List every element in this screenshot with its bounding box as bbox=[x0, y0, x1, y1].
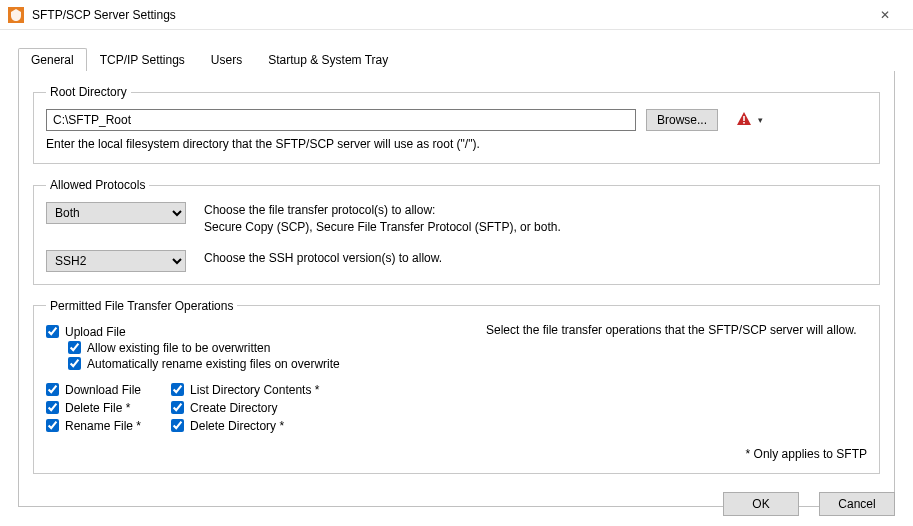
root-directory-help: Enter the local filesystem directory tha… bbox=[46, 137, 867, 151]
permitted-ops-legend: Permitted File Transfer Operations bbox=[46, 299, 237, 313]
ssh-version-desc: Choose the SSH protocol version(s) to al… bbox=[204, 250, 442, 267]
titlebar: SFTP/SCP Server Settings ✕ bbox=[0, 0, 913, 30]
dialog-footer: OK Cancel bbox=[713, 492, 895, 516]
tab-general[interactable]: General bbox=[18, 48, 87, 71]
chevron-down-icon: ▾ bbox=[758, 115, 763, 125]
check-create-directory-box[interactable] bbox=[171, 401, 184, 414]
svg-rect-1 bbox=[743, 116, 745, 121]
tabs: General TCP/IP Settings Users Startup & … bbox=[18, 48, 895, 72]
check-auto-rename-box[interactable] bbox=[68, 357, 81, 370]
check-download-file-box[interactable] bbox=[46, 383, 59, 396]
check-allow-overwrite[interactable]: Allow existing file to be overwritten bbox=[68, 341, 486, 355]
content-area: General TCP/IP Settings Users Startup & … bbox=[0, 30, 913, 517]
ops-right-text: Select the file transfer operations that… bbox=[486, 323, 867, 435]
check-list-directory[interactable]: List Directory Contents * bbox=[171, 383, 319, 397]
transfer-protocol-desc: Choose the file transfer protocol(s) to … bbox=[204, 202, 561, 236]
root-directory-input[interactable] bbox=[46, 109, 636, 131]
check-delete-directory-box[interactable] bbox=[171, 419, 184, 432]
app-icon bbox=[8, 7, 24, 23]
check-create-directory[interactable]: Create Directory bbox=[171, 401, 319, 415]
check-upload-file[interactable]: Upload File bbox=[46, 325, 486, 339]
ops-footnote: * Only applies to SFTP bbox=[46, 447, 867, 461]
check-list-directory-box[interactable] bbox=[171, 383, 184, 396]
group-permitted-operations: Permitted File Transfer Operations Uploa… bbox=[33, 299, 880, 474]
ops-col-1: Download File Delete File * Rename File … bbox=[46, 381, 141, 435]
group-allowed-protocols: Allowed Protocols Both Choose the file t… bbox=[33, 178, 880, 285]
tab-users[interactable]: Users bbox=[198, 48, 255, 71]
root-directory-legend: Root Directory bbox=[46, 85, 131, 99]
close-icon: ✕ bbox=[880, 8, 890, 22]
ops-col-2: List Directory Contents * Create Directo… bbox=[171, 381, 319, 435]
transfer-protocol-select[interactable]: Both bbox=[46, 202, 186, 224]
group-root-directory: Root Directory Browse... ▾ Enter the loc… bbox=[33, 85, 880, 164]
check-upload-file-box[interactable] bbox=[46, 325, 59, 338]
tabpanel-general: Root Directory Browse... ▾ Enter the loc… bbox=[18, 71, 895, 507]
check-auto-rename[interactable]: Automatically rename existing files on o… bbox=[68, 357, 486, 371]
close-button[interactable]: ✕ bbox=[865, 0, 905, 30]
ssh-version-select[interactable]: SSH2 bbox=[46, 250, 186, 272]
window-title: SFTP/SCP Server Settings bbox=[32, 8, 865, 22]
check-rename-file[interactable]: Rename File * bbox=[46, 419, 141, 433]
warning-dropdown[interactable]: ▾ bbox=[736, 111, 763, 130]
check-rename-file-box[interactable] bbox=[46, 419, 59, 432]
check-allow-overwrite-box[interactable] bbox=[68, 341, 81, 354]
warning-icon bbox=[736, 111, 752, 130]
check-download-file[interactable]: Download File bbox=[46, 383, 141, 397]
check-delete-directory[interactable]: Delete Directory * bbox=[171, 419, 319, 433]
svg-rect-2 bbox=[743, 122, 745, 124]
check-delete-file[interactable]: Delete File * bbox=[46, 401, 141, 415]
check-delete-file-box[interactable] bbox=[46, 401, 59, 414]
tab-tcpip[interactable]: TCP/IP Settings bbox=[87, 48, 198, 71]
allowed-protocols-legend: Allowed Protocols bbox=[46, 178, 149, 192]
tab-startup[interactable]: Startup & System Tray bbox=[255, 48, 401, 71]
ok-button[interactable]: OK bbox=[723, 492, 799, 516]
ops-left-column: Upload File Allow existing file to be ov… bbox=[46, 323, 486, 435]
cancel-button[interactable]: Cancel bbox=[819, 492, 895, 516]
browse-button[interactable]: Browse... bbox=[646, 109, 718, 131]
